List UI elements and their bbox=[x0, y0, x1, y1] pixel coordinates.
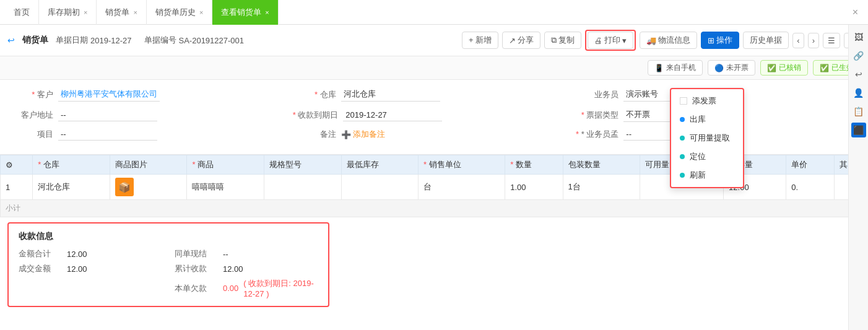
not-open-ticket-button[interactable]: 🔵 未开票 bbox=[708, 60, 755, 76]
sidebar-icon-active[interactable]: ⬛ bbox=[851, 123, 866, 137]
sidebar-icon-user[interactable]: 👤 bbox=[851, 85, 866, 100]
payment-grid: 金额合计 12.00 同单现结 -- 成交金额 12.00 累计收款 12.00… bbox=[19, 248, 318, 298]
project-label: 项目 bbox=[10, 129, 53, 140]
sidebar-icon-image[interactable]: 🖼 bbox=[851, 30, 866, 45]
current-owed-value: 0.00 bbox=[223, 284, 238, 293]
dropdown-item-refresh[interactable]: 刷新 bbox=[671, 166, 743, 185]
sidebar-icon-return[interactable]: ↩ bbox=[851, 67, 866, 82]
sidebar-icon-doc[interactable]: 📋 bbox=[851, 104, 866, 119]
col-settings: ⚙ bbox=[1, 155, 33, 175]
doc-header: ↩ 销货单 单据日期 2019-12-27 单据编号 SA-20191227-0… bbox=[0, 25, 868, 56]
sidebar-icon-link[interactable]: 🔗 bbox=[851, 48, 866, 63]
share-button[interactable]: ↗ 分享 bbox=[502, 32, 540, 49]
number-label: 单据编号 bbox=[144, 35, 176, 46]
tab-sales-history[interactable]: 销货单历史 × bbox=[147, 0, 212, 25]
dot-cyan-icon-1 bbox=[680, 136, 685, 141]
form-project: 项目 -- bbox=[10, 128, 293, 141]
tab-home[interactable]: 首页 bbox=[5, 0, 39, 25]
total-amount-value: 12.00 bbox=[67, 250, 87, 259]
list-view-button[interactable]: ☰ bbox=[823, 33, 840, 48]
col-unit-price: 单价 bbox=[786, 155, 835, 175]
current-owed-label: 本单欠款 bbox=[175, 283, 218, 294]
close-icon[interactable]: × bbox=[265, 9, 269, 16]
add-icon: ➕ bbox=[341, 130, 351, 139]
form-address: 客户地址 -- bbox=[10, 109, 293, 121]
tab-sales-order[interactable]: 销货单 × bbox=[97, 0, 146, 25]
add-note-btn[interactable]: ➕ 添加备注 bbox=[341, 129, 385, 140]
cell-sales-unit: 台 bbox=[419, 175, 505, 200]
col-sales-unit: 销售单位 bbox=[419, 155, 505, 175]
col-warehouse: 仓库 bbox=[33, 155, 110, 175]
right-sidebar: 🖼 🔗 ↩ 👤 📋 ⬛ bbox=[848, 25, 868, 330]
close-all-button[interactable]: × bbox=[848, 7, 863, 18]
col-quantity: 数量 bbox=[505, 155, 563, 175]
done-check-button[interactable]: ✅ 已核销 bbox=[760, 60, 808, 76]
payment-title: 收款信息 bbox=[19, 231, 318, 242]
print-icon: 🖨 bbox=[594, 36, 602, 45]
warehouse-value: 河北仓库 bbox=[341, 87, 440, 102]
history-button[interactable]: 历史单据 bbox=[743, 32, 789, 49]
close-icon[interactable]: × bbox=[199, 9, 203, 16]
payment-current-owed: 本单欠款 0.00 ( 收款到期日: 2019-12-27 ) bbox=[175, 278, 318, 298]
payment-same-order: 同单现结 -- bbox=[175, 248, 318, 259]
cell-warehouse: 河北仓库 bbox=[33, 175, 110, 200]
dropdown-item-locate[interactable]: 定位 bbox=[671, 147, 743, 166]
dropdown-item-available-qty[interactable]: 可用量提取 bbox=[671, 129, 743, 147]
tab-view-sales-order[interactable]: 查看销货单 × bbox=[212, 0, 278, 25]
due-date-value: 2019-12-27 bbox=[343, 109, 442, 121]
payment-cumulative: 累计收款 12.00 bbox=[175, 263, 318, 274]
transaction-value: 12.00 bbox=[67, 264, 87, 274]
operate-button[interactable]: ⊞ 操作 bbox=[701, 32, 739, 49]
new-button[interactable]: + 新增 bbox=[462, 32, 498, 49]
col-product-img: 商品图片 bbox=[110, 155, 187, 175]
number-value: SA-20191227-001 bbox=[179, 36, 245, 45]
date-value: 2019-12-27 bbox=[90, 36, 132, 45]
form-note: 备注 ➕ 添加备注 bbox=[293, 129, 576, 140]
col-min-stock: 最低库存 bbox=[341, 155, 419, 175]
cell-product-img: 📦 bbox=[110, 175, 187, 200]
cell-product: 嘻嘻嘻嘻 bbox=[187, 175, 264, 200]
same-order-value: -- bbox=[223, 250, 228, 259]
form-customer: 客户 柳州粤港平安气体有限公司 bbox=[10, 87, 293, 102]
payment-transaction: 成交金额 12.00 bbox=[19, 263, 162, 274]
logistics-button[interactable]: 🚚 物流信息 bbox=[640, 32, 697, 49]
status-bar: 📱 来自手机 🔵 未开票 ✅ 已核销 ✅ 已生效 bbox=[0, 56, 868, 80]
cumulative-label: 累计收款 bbox=[175, 263, 218, 274]
address-value: -- bbox=[58, 109, 157, 121]
copy-button[interactable]: ⧉ 复制 bbox=[544, 32, 581, 49]
subtotal-row: 小计 bbox=[1, 200, 868, 217]
doc-title-area: ↩ 销货单 单据日期 2019-12-27 单据编号 SA-20191227-0… bbox=[7, 35, 244, 46]
print-highlight: 🖨 打印 ▾ bbox=[585, 30, 636, 51]
print-button[interactable]: 🖨 打印 ▾ bbox=[588, 32, 633, 49]
cell-index: 1 bbox=[1, 175, 33, 200]
same-order-label: 同单现结 bbox=[175, 248, 218, 259]
cell-quantity: 1.00 bbox=[505, 175, 563, 200]
close-icon[interactable]: × bbox=[133, 9, 137, 16]
cell-pack-qty: 1台 bbox=[563, 175, 640, 200]
from-phone-button[interactable]: 📱 来自手机 bbox=[648, 60, 703, 76]
payment-section: 收款信息 金额合计 12.00 同单现结 -- 成交金额 12.00 累计收款 … bbox=[7, 222, 329, 307]
total-amount-label: 金额合计 bbox=[19, 248, 62, 259]
due-date-label: 收款到期日 bbox=[293, 110, 339, 121]
header-actions: + 新增 ↗ 分享 ⧉ 复制 🖨 打印 ▾ 🚚 物流信息 ⊞ bbox=[462, 30, 861, 51]
operate-icon: ⊞ bbox=[708, 36, 714, 45]
dot-cyan-icon-2 bbox=[680, 154, 685, 159]
close-icon[interactable]: × bbox=[84, 9, 87, 16]
date-label: 单据日期 bbox=[56, 35, 88, 46]
form-warehouse: 仓库 河北仓库 bbox=[293, 87, 576, 102]
warehouse-label: 仓库 bbox=[293, 89, 336, 100]
dropdown-item-outbound[interactable]: 出库 bbox=[671, 110, 743, 129]
dropdown-item-add-ticket[interactable]: 添发票 bbox=[671, 92, 743, 110]
main-area: ↩ 销货单 单据日期 2019-12-27 单据编号 SA-20191227-0… bbox=[0, 25, 868, 330]
next-button[interactable]: › bbox=[808, 33, 819, 48]
doc-type-icon: ↩ bbox=[7, 35, 15, 45]
customer-value[interactable]: 柳州粤港平安气体有限公司 bbox=[58, 87, 160, 102]
checkbox-icon bbox=[680, 97, 687, 105]
tab-inventory-init[interactable]: 库存期初 × bbox=[39, 0, 97, 25]
prev-button[interactable]: ‹ bbox=[792, 33, 804, 48]
form-due-date: 收款到期日 2019-12-27 bbox=[293, 109, 576, 121]
col-spec: 规格型号 bbox=[264, 155, 341, 175]
customer-label: 客户 bbox=[10, 89, 53, 100]
copy-icon: ⧉ bbox=[551, 35, 557, 45]
cell-min-stock bbox=[341, 175, 419, 200]
